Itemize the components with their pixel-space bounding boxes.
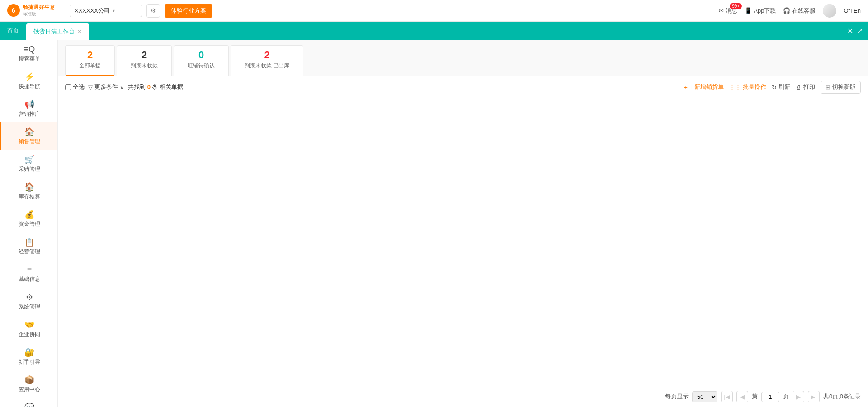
sidebar-item-basic[interactable]: ≡ 基础信息 xyxy=(0,260,57,288)
refresh-button[interactable]: ↻ 刷新 xyxy=(772,83,790,91)
checkbox-input[interactable] xyxy=(65,84,71,90)
sidebar: ≡Q 搜索菜单 ⚡ 快捷导航 📢 营销推广 🏠 销售管理 🛒 采购管理 🏠 库存… xyxy=(0,40,58,407)
avatar-image xyxy=(823,4,836,18)
collab-icon: 🤝 xyxy=(24,321,34,329)
phone-icon: 📱 xyxy=(745,7,752,14)
quicknav-icon: ⚡ xyxy=(24,73,34,81)
active-bar xyxy=(66,75,114,76)
filter-label: 更多条件 xyxy=(94,83,118,91)
filter-chevron-icon: ∨ xyxy=(120,84,124,91)
sidebar-item-finance-label: 资金管理 xyxy=(19,220,40,228)
tab-home-label: 首页 xyxy=(7,27,19,35)
filter-icon: ▽ xyxy=(88,84,93,91)
batch-label: 批量操作 xyxy=(743,83,766,91)
tab-bar-actions: ✕ ⤢ xyxy=(847,27,868,35)
refresh-label: 刷新 xyxy=(778,83,790,91)
sidebar-item-guide-label: 新手引导 xyxy=(19,358,40,366)
sidebar-item-marketing[interactable]: 📢 营销推广 xyxy=(0,95,57,122)
tab-minimize-icon[interactable]: ✕ xyxy=(847,27,853,35)
tab-maximize-icon[interactable]: ⤢ xyxy=(857,27,863,35)
add-label: + 新增销货单 xyxy=(689,83,724,91)
print-button[interactable]: 🖨 打印 xyxy=(796,83,815,91)
toolbar-right: + + 新增销货单 ⋮⋮ 批量操作 ↻ 刷新 🖨 打印 xyxy=(684,81,861,94)
next-page-button[interactable]: ▶ xyxy=(793,391,804,402)
stat-label-overdue: 到期未收款 xyxy=(131,62,158,70)
sidebar-item-collab[interactable]: 🤝 企业协同 xyxy=(0,315,57,343)
app-download-action[interactable]: 📱 App下载 xyxy=(745,7,776,15)
main-layout: ≡Q 搜索菜单 ⚡ 快捷导航 📢 营销推广 🏠 销售管理 🛒 采购管理 🏠 库存… xyxy=(0,40,868,407)
result-text: 共找到 0 条 相关单据 xyxy=(128,83,183,91)
sidebar-item-finance[interactable]: 💰 资金管理 xyxy=(0,205,57,233)
tab-bar: 首页 钱货日清工作台 ✕ ✕ ⤢ xyxy=(0,22,868,40)
last-page-button[interactable]: ▶| xyxy=(808,391,820,402)
tab-qhrc[interactable]: 钱货日清工作台 ✕ xyxy=(26,23,89,40)
logo-text: 畅捷通好生意 xyxy=(23,4,55,10)
sidebar-item-operations[interactable]: 📋 经营管理 xyxy=(0,233,57,260)
stat-count-shipped: 2 xyxy=(264,49,270,61)
page-input[interactable] xyxy=(761,392,779,402)
stat-label-shipped: 到期未收款 已出库 xyxy=(245,62,289,70)
company-selector[interactable]: XXXXXX公司 ▾ xyxy=(70,5,142,17)
operations-icon: 📋 xyxy=(24,238,34,246)
table-area xyxy=(58,98,868,386)
result-count: 0 xyxy=(147,84,151,90)
sidebar-item-quicknav[interactable]: ⚡ 快捷导航 xyxy=(0,67,57,95)
content-inner: 2 全部单据 2 到期未收款 0 旺铺待确认 2 到期未收款 已出库 xyxy=(58,40,868,407)
toolbar-left: 全选 ▽ 更多条件 ∨ 共找到 0 条 相关单据 xyxy=(65,83,183,91)
result-prefix: 共找到 xyxy=(128,84,146,90)
tab-qhrc-label: 钱货日清工作台 xyxy=(33,28,75,36)
header-right: ✉ 消息 99+ 📱 App下载 🎧 在线客服 OfTEn xyxy=(719,4,861,18)
batch-action-button[interactable]: ⋮⋮ 批量操作 xyxy=(729,83,766,91)
add-order-button[interactable]: + + 新增销货单 xyxy=(684,83,724,91)
page-suffix: 页 xyxy=(783,393,789,401)
tab-close-icon[interactable]: ✕ xyxy=(77,28,82,35)
header-left: 6 畅捷通好生意 标准版 XXXXXX公司 ▾ ⚙ 体验行业方案 xyxy=(7,4,212,18)
sidebar-item-purchase[interactable]: 🛒 采购管理 xyxy=(0,150,57,178)
message-icon: ✉ xyxy=(719,7,724,14)
sidebar-item-appstore[interactable]: 📦 应用中心 xyxy=(0,370,57,398)
stat-tab-all[interactable]: 2 全部单据 xyxy=(65,45,115,76)
select-all-checkbox[interactable]: 全选 xyxy=(65,83,85,91)
switch-icon: ⊞ xyxy=(826,84,830,91)
switch-version-button[interactable]: ⊞ 切换新版 xyxy=(821,81,861,94)
experience-btn[interactable]: 体验行业方案 xyxy=(165,4,212,18)
avatar[interactable] xyxy=(823,4,836,18)
online-service-action[interactable]: 🎧 在线客服 xyxy=(783,7,816,15)
settings-button[interactable]: ⚙ xyxy=(146,4,160,18)
basic-icon: ≡ xyxy=(27,266,32,274)
content-area: 2 全部单据 2 到期未收款 0 旺铺待确认 2 到期未收款 已出库 xyxy=(58,40,868,407)
stat-tab-shipped[interactable]: 2 到期未收款 已出库 xyxy=(231,45,303,76)
first-page-button[interactable]: |◀ xyxy=(721,391,733,402)
stat-count-all: 2 xyxy=(87,49,93,61)
stat-tab-overdue[interactable]: 2 到期未收款 xyxy=(117,45,172,76)
page-label: 第 xyxy=(752,393,758,401)
marketing-icon: 📢 xyxy=(24,100,34,108)
select-all-label: 全选 xyxy=(73,83,85,91)
stat-tab-pending[interactable]: 0 旺铺待确认 xyxy=(174,45,229,76)
sidebar-item-inventory[interactable]: 🏠 库存核算 xyxy=(0,178,57,205)
stat-count-overdue: 2 xyxy=(142,49,147,61)
page-size-prefix: 每页显示 xyxy=(665,393,689,401)
sidebar-item-operations-label: 经营管理 xyxy=(19,248,40,256)
prev-page-button[interactable]: ◀ xyxy=(736,391,748,402)
sidebar-item-system[interactable]: ⚙ 系统管理 xyxy=(0,288,57,315)
sales-icon: 🏠 xyxy=(24,128,34,136)
weixin-icon: 💬 xyxy=(24,403,34,407)
company-name: XXXXXX公司 xyxy=(75,7,110,15)
tab-home[interactable]: 首页 xyxy=(0,22,26,40)
sidebar-item-sales[interactable]: 🏠 销售管理 xyxy=(0,122,57,150)
sidebar-item-search[interactable]: ≡Q 搜索菜单 xyxy=(0,40,57,67)
message-action[interactable]: ✉ 消息 99+ xyxy=(719,7,737,15)
result-unit: 条 xyxy=(152,84,158,90)
result-suffix: 相关单据 xyxy=(160,84,183,90)
appstore-icon: 📦 xyxy=(24,376,34,384)
filter-button[interactable]: ▽ 更多条件 ∨ xyxy=(88,83,124,91)
add-icon: + xyxy=(684,84,688,91)
page-size-select[interactable]: 50 20 100 xyxy=(692,391,717,402)
sidebar-item-weixin[interactable]: 💬 企业微信 xyxy=(0,398,57,407)
pagination: 每页显示 50 20 100 |◀ ◀ 第 页 ▶ ▶| 共0页,0条记录 xyxy=(58,386,868,407)
sidebar-item-guide[interactable]: 🔐 新手引导 xyxy=(0,343,57,370)
sidebar-item-basic-label: 基础信息 xyxy=(19,276,40,283)
purchase-icon: 🛒 xyxy=(24,155,34,164)
message-badge: 99+ xyxy=(730,3,742,9)
